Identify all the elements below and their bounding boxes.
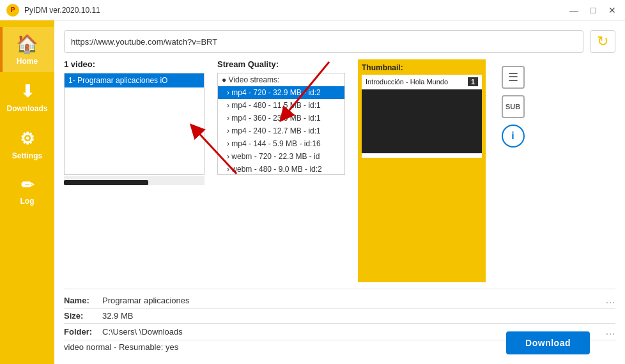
name-more-button[interactable]: … bbox=[605, 294, 615, 306]
folder-label: Folder: bbox=[64, 327, 102, 337]
video-streams-label: ● Video streams: bbox=[218, 73, 344, 86]
list-item[interactable]: 1- Programar aplicaciones iO bbox=[65, 73, 204, 87]
size-value: 32.9 MB bbox=[102, 311, 133, 321]
active-indicator bbox=[0, 27, 3, 72]
name-label: Name: bbox=[64, 296, 102, 305]
stream-panel: Stream Quality: ● Video streams: mp4 - 7… bbox=[217, 59, 345, 282]
sidebar-item-downloads[interactable]: ⬇ Downloads bbox=[0, 75, 54, 119]
thumbnail-content: Introducción - Hola Mundo 1 bbox=[362, 75, 482, 158]
sidebar-item-log[interactable]: ✏ Log bbox=[0, 170, 54, 212]
sidebar-label-home: Home bbox=[17, 57, 38, 66]
list-view-button[interactable]: ☰ bbox=[502, 66, 525, 89]
scroll-thumb bbox=[64, 180, 148, 185]
folder-value: C:\Users\ \Downloads bbox=[102, 327, 183, 337]
video-list-heading: 1 video: bbox=[64, 59, 204, 69]
sidebar-item-home[interactable]: 🏠 Home bbox=[0, 27, 54, 72]
url-row: ↻ bbox=[64, 30, 615, 53]
downloads-icon: ⬇ bbox=[20, 82, 35, 102]
stream-item-6[interactable]: webm - 480 - 9.0 MB - id:2 bbox=[218, 163, 344, 175]
list-icon: ☰ bbox=[508, 70, 518, 84]
log-icon: ✏ bbox=[21, 176, 34, 194]
stream-item-3[interactable]: mp4 - 240 - 12.7 MB - id:1 bbox=[218, 125, 344, 137]
divider-1 bbox=[64, 308, 615, 309]
main-container: 🏠 Home ⬇ Downloads ⚙ Settings ✏ Log ↻ bbox=[0, 20, 625, 364]
size-row: Size: 32.9 MB bbox=[64, 311, 615, 321]
refresh-icon: ↻ bbox=[597, 33, 608, 50]
info-icon: i bbox=[511, 130, 514, 142]
main-content: ↻ 1 video: 1- Programar aplicaciones iO … bbox=[54, 20, 625, 364]
info-button[interactable]: i bbox=[502, 125, 525, 148]
sidebar-label-settings: Settings bbox=[12, 151, 42, 160]
sub-icon: SUB bbox=[505, 103, 520, 110]
stream-list[interactable]: ● Video streams: mp4 - 720 - 32.9 MB - i… bbox=[217, 73, 345, 175]
url-input[interactable] bbox=[64, 30, 583, 53]
thumbnail-number: 1 bbox=[468, 77, 478, 86]
sidebar-label-downloads: Downloads bbox=[6, 104, 47, 113]
stream-quality-heading: Stream Quality: bbox=[217, 59, 345, 69]
thumbnail-video-title: Introducción - Hola Mundo bbox=[366, 78, 448, 86]
type-value: video normal - Resumable: yes bbox=[64, 342, 178, 352]
middle-section: 1 video: 1- Programar aplicaciones iO St… bbox=[64, 59, 615, 282]
stream-item-2[interactable]: mp4 - 360 - 23.0 MB - id:1 bbox=[218, 112, 344, 125]
name-row: Name: Programar aplicaciones … bbox=[64, 294, 615, 306]
stream-item-0[interactable]: mp4 - 720 - 32.9 MB - id:2 bbox=[218, 86, 344, 99]
window-controls: — □ ✕ bbox=[567, 4, 619, 17]
maximize-button[interactable]: □ bbox=[587, 4, 599, 17]
folder-more-button[interactable]: … bbox=[605, 326, 615, 337]
thumbnail-title-bar: Introducción - Hola Mundo 1 bbox=[362, 75, 482, 89]
sidebar: 🏠 Home ⬇ Downloads ⚙ Settings ✏ Log bbox=[0, 20, 54, 364]
name-value: Programar aplicaciones bbox=[102, 296, 190, 305]
video-list[interactable]: 1- Programar aplicaciones iO bbox=[64, 73, 204, 175]
refresh-button[interactable]: ↻ bbox=[590, 30, 615, 53]
titlebar: P PyIDM ver.2020.10.11 — □ ✕ bbox=[0, 0, 625, 20]
app-icon: P bbox=[6, 4, 19, 17]
size-label: Size: bbox=[64, 311, 102, 321]
stream-item-5[interactable]: webm - 720 - 22.3 MB - id bbox=[218, 150, 344, 163]
thumbnail-label: Thumbnail: bbox=[362, 63, 482, 72]
stream-item-4[interactable]: mp4 - 144 - 5.9 MB - id:16 bbox=[218, 137, 344, 150]
thumbnail-image bbox=[362, 89, 482, 153]
settings-icon: ⚙ bbox=[20, 129, 35, 149]
minimize-button[interactable]: — bbox=[567, 4, 580, 17]
home-icon: 🏠 bbox=[16, 33, 38, 54]
download-button[interactable]: Download bbox=[506, 331, 590, 354]
divider-2 bbox=[64, 323, 615, 324]
scroll-area bbox=[64, 176, 204, 185]
right-sidebar: ☰ SUB i bbox=[498, 59, 527, 282]
close-button[interactable]: ✕ bbox=[606, 4, 619, 17]
stream-item-1[interactable]: mp4 - 480 - 11.5 MB - id:1 bbox=[218, 99, 344, 112]
subtitle-button[interactable]: SUB bbox=[502, 95, 525, 118]
video-list-panel: 1 video: 1- Programar aplicaciones iO bbox=[64, 59, 204, 282]
thumbnail-panel: Thumbnail: Introducción - Hola Mundo 1 bbox=[358, 59, 486, 282]
sidebar-item-settings[interactable]: ⚙ Settings bbox=[0, 123, 54, 167]
app-title: PyIDM ver.2020.10.11 bbox=[24, 6, 567, 15]
sidebar-label-log: Log bbox=[20, 197, 35, 206]
